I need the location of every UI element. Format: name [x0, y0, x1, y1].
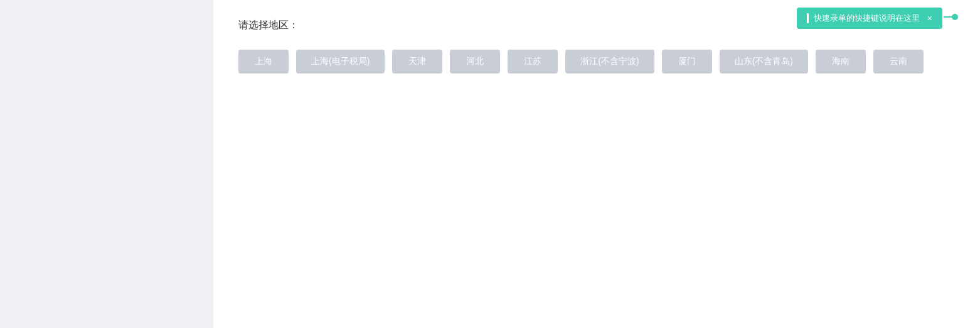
tooltip-label: 快速录单的快捷键说明在这里 — [814, 13, 920, 24]
region-button-hainan[interactable]: 海南 — [816, 50, 866, 74]
tooltip-line — [944, 16, 952, 18]
region-button-zhejiang[interactable]: 浙江(不含宁波) — [565, 50, 654, 74]
region-button-jiangsu[interactable]: 江苏 — [508, 50, 558, 74]
main-content: 请选择地区： 上海上海(电子税局)天津河北江苏浙江(不含宁波)厦门山东(不含青岛… — [213, 0, 980, 328]
tooltip-bar — [807, 13, 809, 23]
region-button-shanghai[interactable]: 上海 — [238, 50, 289, 74]
left-sidebar — [0, 0, 213, 328]
region-button-hebei[interactable]: 河北 — [450, 50, 500, 74]
region-button-shandong[interactable]: 山东(不含青岛) — [720, 50, 808, 74]
tooltip-close-button[interactable]: × — [927, 13, 932, 23]
region-buttons-container: 上海上海(电子税局)天津河北江苏浙江(不含宁波)厦门山东(不含青岛)海南云南 — [238, 50, 955, 74]
tooltip-dot — [952, 14, 958, 20]
region-button-yunnan[interactable]: 云南 — [873, 50, 924, 74]
tooltip-banner: 快速录单的快捷键说明在这里 × — [797, 8, 942, 29]
region-button-xiamen[interactable]: 厦门 — [662, 50, 712, 74]
region-button-tianjin[interactable]: 天津 — [392, 50, 442, 74]
region-button-shanghai-etax[interactable]: 上海(电子税局) — [296, 50, 385, 74]
